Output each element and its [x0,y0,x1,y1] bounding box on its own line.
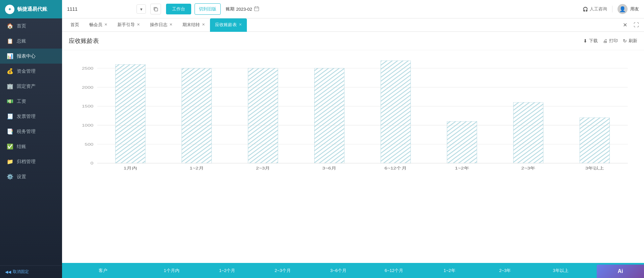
tab-close-log[interactable]: ✕ [169,22,172,27]
tab-label-guide: 新手引导 [117,22,135,28]
tab-label-aging: 应收账龄表 [215,22,237,28]
print-button[interactable]: 🖨 打印 [603,38,618,44]
sidebar-item-tax[interactable]: 📑 税务管理 [0,124,62,139]
tab-label-home: 首页 [70,22,79,28]
panel-actions: ⬇ 下载 🖨 打印 ↻ 刷新 [583,38,637,44]
table-header-7: 2~3年 [477,268,533,274]
maximize-btn[interactable]: ⛶ [632,21,641,29]
invoice-icon: 🧾 [7,113,13,120]
settings-icon: ⚙️ [7,173,13,180]
cancel-fixed-label: 取消固定 [13,269,29,275]
tab-home[interactable]: 首页 [65,18,84,32]
svg-text:2~3月: 2~3月 [256,166,270,170]
svg-text:6~12个月: 6~12个月 [384,166,407,170]
sidebar-item-payroll[interactable]: 💵 工资 [0,94,62,109]
sidebar-item-reports[interactable]: 📊 报表中心 [0,49,62,64]
sidebar-item-ledger[interactable]: 📋 总账 [0,33,62,49]
user-name: 用友 [630,6,639,12]
table-header-0: 客户 [62,268,144,274]
divider [612,6,612,12]
table-header-6: 1~2年 [422,268,477,274]
svg-text:0: 0 [91,161,94,165]
tab-log[interactable]: 操作日志✕ [145,18,177,32]
tax-icon: 📑 [7,128,13,135]
download-button[interactable]: ⬇ 下载 [583,38,598,44]
svg-rect-0 [155,8,158,11]
bar-chart: 050010001500200025001月内1~2月2~3月3~6月6~12个… [69,54,637,181]
tab-aging[interactable]: 应收账龄表✕ [210,18,247,32]
svg-text:1~2年: 1~2年 [455,166,469,170]
sidebar-item-settle[interactable]: ✅ 结账 [0,139,62,154]
home-icon: 🏠 [7,23,13,29]
page-content: 应收账龄表 ⬇ 下载 🖨 打印 ↻ 刷新 [62,32,644,278]
tab-close-aging[interactable]: ✕ [239,22,242,27]
cancel-fixed-btn[interactable]: ◀◀ 取消固定 [0,265,62,278]
svg-rect-24 [182,68,212,163]
sidebar-item-settings[interactable]: ⚙️ 设置 [0,169,62,184]
svg-text:1月内: 1月内 [123,166,137,170]
panel-header: 应收账龄表 ⬇ 下载 🖨 打印 ↻ 刷新 [62,32,644,50]
company-dropdown-btn[interactable]: ▾ [137,4,146,14]
main-area: 1111 ▾ 工作台 切到旧版 账期 2023-02 � [62,0,644,278]
support-label: 人工咨询 [590,6,607,12]
svg-text:1000: 1000 [82,123,94,128]
content-panel: 应收账龄表 ⬇ 下载 🖨 打印 ↻ 刷新 [62,32,644,278]
assets-icon: 🏢 [7,83,13,89]
company-selector: 1111 ▾ [67,4,161,14]
chart-container: 050010001500200025001月内1~2月2~3月3~6月6~12个… [69,54,637,181]
sidebar-label-settings: 设置 [17,174,26,180]
svg-rect-22 [115,64,145,163]
logo-icon: ✦ [5,5,14,14]
sidebar-label-invoice: 发票管理 [17,114,36,120]
switch-version-button[interactable]: 切到旧版 [195,3,221,15]
sidebar-label-home: 首页 [17,23,26,29]
table-header: 客户1个月内1~2个月2~3个月3~6个月6~12个月1~2年2~3年3年以上合… [62,263,644,278]
sidebar-item-funds[interactable]: 💰 资金管理 [0,64,62,79]
sidebar-item-assets[interactable]: 🏢 固定资产 [0,79,62,94]
workbench-button[interactable]: 工作台 [166,4,191,14]
tab-label-period-end: 期末结转 [182,22,200,28]
reports-icon: 📊 [7,53,13,59]
funds-icon: 💰 [7,68,13,74]
ai-button[interactable]: Ai [597,265,644,278]
settle-icon: ✅ [7,143,13,150]
refresh-button[interactable]: ↻ 刷新 [623,38,637,44]
sidebar-item-archive[interactable]: 📁 归档管理 [0,154,62,169]
archive-icon: 📁 [7,158,13,165]
support-button[interactable]: 🎧 人工咨询 [583,6,607,12]
top-header: 1111 ▾ 工作台 切到旧版 账期 2023-02 � [62,0,644,18]
download-label: 下载 [589,38,598,44]
svg-rect-36 [580,118,609,163]
app-logo: ✦ 畅捷通易代账 [0,0,62,18]
sidebar-label-settle: 结账 [17,144,26,150]
sidebar-label-assets: 固定资产 [17,83,36,89]
page-title: 应收账龄表 [69,37,99,45]
tab-close-period-end[interactable]: ✕ [202,22,205,27]
svg-text:500: 500 [85,142,94,147]
svg-text:2500: 2500 [82,66,94,71]
period-label: 账期 [226,6,234,12]
table-header-1: 1个月内 [144,268,200,274]
svg-rect-32 [447,122,477,163]
svg-text:1500: 1500 [82,104,94,109]
print-label: 打印 [609,38,618,44]
tab-period-end[interactable]: 期末结转✕ [177,18,210,32]
tab-close-guide[interactable]: ✕ [137,22,140,27]
svg-text:1~2月: 1~2月 [190,166,204,170]
user-avatar: 👤 [618,4,628,14]
tab-member[interactable]: 畅会员✕ [84,18,112,32]
user-menu[interactable]: 👤 用友 [618,4,639,14]
tab-close-member[interactable]: ✕ [104,22,107,27]
sidebar-item-home[interactable]: 🏠 首页 [0,18,62,33]
table-header-5: 6~12个月 [366,268,422,274]
svg-rect-30 [381,61,411,163]
sidebar-item-invoice[interactable]: 🧾 发票管理 [0,109,62,124]
company-copy-btn[interactable] [150,4,161,14]
close-all-tabs-btn[interactable]: ✕ [621,21,629,29]
app-title: 畅捷通易代账 [17,6,47,12]
refresh-label: 刷新 [629,38,637,44]
svg-rect-34 [514,102,543,163]
tab-guide[interactable]: 新手引导✕ [112,18,145,32]
calendar-icon[interactable] [254,6,259,12]
svg-text:2~3年: 2~3年 [521,166,535,170]
